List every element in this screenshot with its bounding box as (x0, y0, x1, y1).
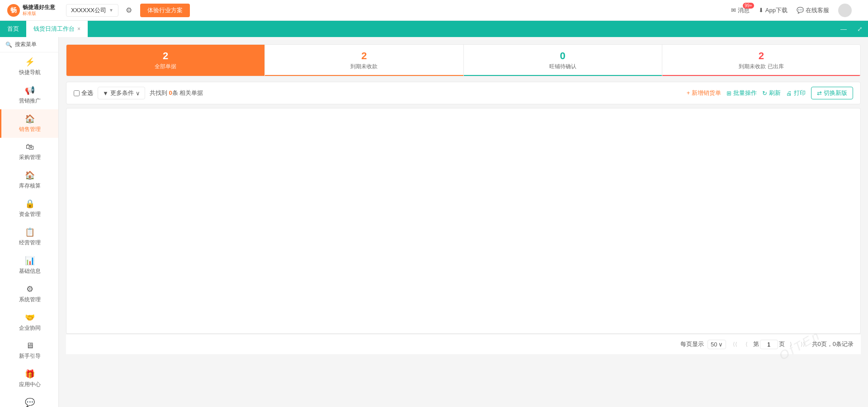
message-icon: ✉ (731, 7, 736, 14)
print-label: 打印 (794, 89, 806, 97)
operations-label: 经营管理 (19, 239, 41, 247)
sidebar: 🔍 搜索菜单 ⚡ 快捷导航 📢 营销推广 🏠 销售管理 🛍 采购管理 🏠 库存核… (0, 37, 59, 407)
tab-underline-orange (265, 75, 463, 76)
header-right: ✉ 消息 99+ ⬇ App下载 💬 在线客服 (731, 4, 861, 17)
prev-page-button[interactable]: ⟨ (741, 339, 752, 350)
guide-icon: 🖥 (26, 341, 34, 351)
next-page-button[interactable]: ⟩ (786, 339, 797, 350)
stat-overdue-number: 2 (361, 50, 367, 62)
search-menu-button[interactable]: 🔍 搜索菜单 (0, 37, 58, 52)
funds-label: 资金管理 (19, 211, 41, 218)
sidebar-item-marketing[interactable]: 📢 营销推广 (0, 81, 58, 109)
sidebar-item-funds[interactable]: 🔒 资金管理 (0, 194, 58, 223)
search-icon: 🔍 (5, 42, 12, 48)
apps-icon: 🎁 (25, 369, 35, 379)
first-page-button[interactable]: ⟨⟨ (730, 339, 741, 350)
service-icon: 💬 (797, 7, 804, 14)
dropdown-arrow-icon: ▼ (109, 8, 113, 13)
sidebar-item-operations[interactable]: 📋 经营管理 (0, 223, 58, 251)
company-selector[interactable]: XXXXXX公司 ▼ (66, 4, 118, 17)
operations-icon: 📋 (25, 227, 35, 237)
stat-tab-wangpu[interactable]: 0 旺铺待确认 (464, 45, 662, 76)
sidebar-item-guide[interactable]: 🖥 新手引导 (0, 337, 58, 365)
per-page-select[interactable]: 50 ∨ (708, 340, 726, 349)
sidebar-item-sales[interactable]: 🏠 销售管理 (0, 109, 58, 138)
refresh-label: 刷新 (769, 89, 781, 97)
toolbar-right: + 新增销货单 ⊞ 批量操作 ↻ 刷新 🖨 打印 ⇄ 切换新版 (687, 87, 853, 99)
pagination: 每页显示 50 ∨ ⟨⟨ ⟨ 第 页 ⟩ ⟩⟩ 共0页，0条记录 (66, 334, 861, 354)
switch-icon: ⇄ (817, 90, 822, 97)
sidebar-item-system[interactable]: ⚙ 系统管理 (0, 280, 58, 308)
avatar[interactable] (838, 4, 852, 17)
sidebar-item-enterprise[interactable]: 🤝 企业协同 (0, 308, 58, 337)
nav-tabs: 首页 钱货日清工作台 × — ⤢ (0, 21, 868, 37)
filter-label: 更多条件 (110, 89, 134, 97)
tab-underline-red (662, 75, 860, 76)
home-tab-label: 首页 (7, 25, 19, 33)
stats-tabs: 2 全部单据 2 到期未收款 0 旺铺待确认 2 到期未收款 已出库 (66, 44, 861, 76)
refresh-icon: ↻ (762, 90, 767, 97)
download-icon: ⬇ (759, 7, 764, 14)
print-button[interactable]: 🖨 打印 (786, 89, 806, 97)
top-header: 畅 畅捷通好生意 标准版 XXXXXX公司 ▼ ⚙ 体验行业方案 ✉ 消息 99… (0, 0, 868, 21)
page-suffix: 页 (779, 340, 785, 348)
tab-expand-button[interactable]: ⤢ (852, 21, 868, 37)
wechat-icon: 💬 (25, 398, 35, 407)
per-page-value: 50 (711, 341, 717, 348)
settings-icon[interactable]: ⚙ (122, 4, 136, 17)
experience-button[interactable]: 体验行业方案 (140, 4, 190, 17)
add-sale-order-button[interactable]: + 新增销货单 (687, 89, 721, 97)
apps-label: 应用中心 (19, 381, 41, 388)
switch-version-button[interactable]: ⇄ 切换新版 (811, 87, 853, 99)
refresh-button[interactable]: ↻ 刷新 (762, 89, 781, 97)
stat-all-label: 全部单据 (155, 63, 176, 70)
sidebar-item-inventory[interactable]: 🏠 库存核算 (0, 166, 58, 194)
purchase-label: 采购管理 (19, 154, 41, 161)
batch-label: 批量操作 (733, 89, 757, 97)
page-number-input[interactable] (760, 340, 778, 349)
page-label: 第 (753, 340, 759, 348)
tab-underline-teal (464, 75, 662, 76)
batch-operation-button[interactable]: ⊞ 批量操作 (726, 89, 757, 97)
sales-label: 销售管理 (19, 126, 41, 133)
tab-home[interactable]: 首页 (0, 21, 26, 37)
table-area (66, 108, 861, 334)
quick-nav-icon: ⚡ (25, 57, 35, 67)
main-layout: 🔍 搜索菜单 ⚡ 快捷导航 📢 营销推广 🏠 销售管理 🛍 采购管理 🏠 库存核… (0, 37, 868, 407)
sidebar-item-wechat[interactable]: 💬 企业微信 (0, 393, 58, 407)
stat-tab-overdue[interactable]: 2 到期未收款 (265, 45, 463, 76)
sidebar-item-apps[interactable]: 🎁 应用中心 (0, 365, 58, 393)
sidebar-item-basic-info[interactable]: 📊 基础信息 (0, 251, 58, 280)
purchase-icon: 🛍 (26, 142, 34, 152)
last-page-button[interactable]: ⟩⟩ (797, 339, 808, 350)
app-download-button[interactable]: ⬇ App下载 (759, 6, 788, 14)
print-icon: 🖨 (786, 90, 792, 97)
system-icon: ⚙ (26, 284, 33, 294)
sidebar-item-quick-nav[interactable]: ⚡ 快捷导航 (0, 52, 58, 81)
marketing-label: 营销推广 (19, 97, 41, 105)
sidebar-item-purchase[interactable]: 🛍 采购管理 (0, 138, 58, 166)
filter-button[interactable]: ▼ 更多条件 ∨ (98, 87, 145, 99)
logo-icon: 畅 (7, 4, 20, 17)
guide-label: 新手引导 (19, 352, 41, 360)
close-tab-icon[interactable]: × (77, 26, 80, 32)
basic-info-label: 基础信息 (19, 267, 41, 275)
stat-tab-overdue-shipped[interactable]: 2 到期未收款 已出库 (662, 45, 860, 76)
notification-button[interactable]: ✉ 消息 99+ (731, 6, 750, 14)
online-service-button[interactable]: 💬 在线客服 (797, 6, 829, 14)
select-all-label: 全选 (81, 89, 93, 97)
select-all-checkbox[interactable]: 全选 (74, 89, 93, 97)
total-records-label: 共0页，0条记录 (812, 340, 854, 348)
tab-workbench[interactable]: 钱货日清工作台 × (26, 21, 88, 37)
stat-wangpu-number: 0 (560, 50, 566, 62)
stat-tab-all[interactable]: 2 全部单据 (66, 45, 265, 76)
content-area: 2 全部单据 2 到期未收款 0 旺铺待确认 2 到期未收款 已出库 (59, 37, 868, 407)
stat-overdue-label: 到期未收款 (350, 63, 377, 70)
enterprise-label: 企业协同 (19, 324, 41, 332)
filter-arrow-icon: ∨ (136, 90, 140, 97)
stat-overdue-shipped-number: 2 (759, 50, 764, 62)
notification-badge: 99+ (743, 3, 754, 9)
tab-minimize-button[interactable]: — (835, 21, 852, 37)
select-all-input[interactable] (74, 90, 80, 96)
page-navigation: ⟨⟨ ⟨ 第 页 ⟩ ⟩⟩ (730, 339, 808, 350)
